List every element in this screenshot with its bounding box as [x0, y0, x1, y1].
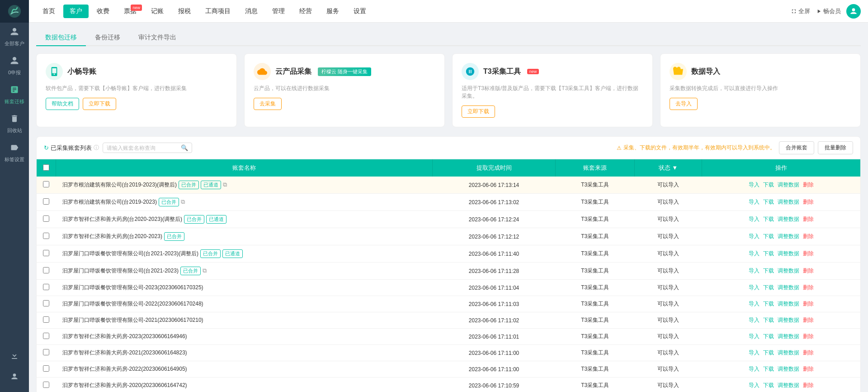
action-删除[interactable]: 删除: [801, 301, 816, 307]
select-all-checkbox[interactable]: [43, 164, 49, 171]
row-checkbox[interactable]: [43, 198, 49, 205]
action-调整数据[interactable]: 调整数据: [776, 216, 801, 222]
row-checkbox[interactable]: [43, 365, 49, 372]
action-调整数据[interactable]: 调整数据: [776, 284, 801, 291]
nav-settings[interactable]: 设置: [347, 5, 373, 18]
avatar[interactable]: [846, 4, 861, 19]
search-input[interactable]: [107, 145, 179, 151]
action-调整数据[interactable]: 调整数据: [776, 199, 801, 205]
nav-accounting[interactable]: 记账: [145, 5, 170, 18]
action-调整数据[interactable]: 调整数据: [776, 182, 801, 188]
action-下载[interactable]: 下载: [761, 349, 776, 356]
copy-icon[interactable]: ⧉: [223, 181, 227, 188]
action-下载[interactable]: 下载: [761, 382, 776, 388]
action-删除[interactable]: 删除: [801, 366, 816, 372]
action-删除[interactable]: 删除: [801, 216, 816, 222]
action-导入[interactable]: 导入: [747, 268, 761, 274]
action-下载[interactable]: 下载: [761, 317, 776, 323]
action-导入[interactable]: 导入: [747, 284, 761, 291]
row-checkbox[interactable]: [43, 300, 49, 306]
download-now-btn-1[interactable]: 立即下载: [83, 98, 116, 110]
nav-services[interactable]: 服务: [320, 5, 345, 18]
action-导入[interactable]: 导入: [747, 182, 761, 188]
action-调整数据[interactable]: 调整数据: [776, 317, 801, 323]
go-import-btn[interactable]: 去导入: [670, 98, 698, 110]
sidebar-item-all-customers[interactable]: 全部客户: [0, 23, 29, 52]
nav-operations[interactable]: 经营: [293, 5, 318, 18]
sidebar-item-profile[interactable]: [0, 368, 29, 387]
action-调整数据[interactable]: 调整数据: [776, 250, 801, 257]
nav-fees[interactable]: 收费: [90, 5, 116, 18]
row-checkbox[interactable]: [43, 382, 49, 388]
tab-data-migration[interactable]: 数据包迁移: [36, 30, 86, 46]
nav-tickets[interactable]: 票据 new: [118, 5, 143, 18]
tab-backup-migration[interactable]: 备份迁移: [86, 30, 129, 46]
action-调整数据[interactable]: 调整数据: [776, 333, 801, 339]
nav-management[interactable]: 管理: [266, 5, 291, 18]
action-导入[interactable]: 导入: [747, 199, 761, 205]
action-导入[interactable]: 导入: [747, 333, 761, 339]
action-导入[interactable]: 导入: [747, 250, 761, 257]
action-下载[interactable]: 下载: [761, 199, 776, 205]
nav-bizproject[interactable]: 工商项目: [199, 5, 237, 18]
action-导入[interactable]: 导入: [747, 301, 761, 307]
action-下载[interactable]: 下载: [761, 301, 776, 307]
row-checkbox[interactable]: [43, 233, 49, 239]
row-checkbox[interactable]: [43, 284, 49, 290]
fullscreen-btn[interactable]: 全屏: [791, 7, 810, 15]
sidebar-item-account-transfer[interactable]: 账套迁移: [0, 81, 29, 110]
action-删除[interactable]: 删除: [801, 349, 816, 356]
reload-icon[interactable]: ↻: [44, 144, 49, 151]
action-下载[interactable]: 下载: [761, 366, 776, 372]
action-下载[interactable]: 下载: [761, 233, 776, 239]
action-调整数据[interactable]: 调整数据: [776, 349, 801, 356]
nav-messages[interactable]: 消息: [239, 5, 264, 18]
action-下载[interactable]: 下载: [761, 284, 776, 291]
action-删除[interactable]: 删除: [801, 182, 816, 188]
action-导入[interactable]: 导入: [747, 233, 761, 239]
row-checkbox[interactable]: [43, 181, 49, 187]
action-删除[interactable]: 删除: [801, 284, 816, 291]
sidebar-item-zero-report[interactable]: 0申报: [0, 52, 29, 81]
action-删除[interactable]: 删除: [801, 268, 816, 274]
action-调整数据[interactable]: 调整数据: [776, 268, 801, 274]
action-导入[interactable]: 导入: [747, 366, 761, 372]
action-导入[interactable]: 导入: [747, 382, 761, 388]
row-checkbox[interactable]: [43, 333, 49, 339]
action-删除[interactable]: 删除: [801, 317, 816, 323]
copy-icon[interactable]: ⧉: [181, 198, 185, 205]
action-调整数据[interactable]: 调整数据: [776, 301, 801, 307]
action-调整数据[interactable]: 调整数据: [776, 366, 801, 372]
nav-tax[interactable]: 报税: [172, 5, 197, 18]
action-调整数据[interactable]: 调整数据: [776, 382, 801, 388]
action-下载[interactable]: 下载: [761, 333, 776, 339]
row-checkbox[interactable]: [43, 215, 49, 222]
action-导入[interactable]: 导入: [747, 216, 761, 222]
go-collect-btn[interactable]: 去采集: [254, 98, 282, 110]
action-删除[interactable]: 删除: [801, 250, 816, 257]
member-btn[interactable]: 畅会员: [816, 7, 841, 15]
copy-icon[interactable]: ⧉: [203, 267, 207, 274]
action-下载[interactable]: 下载: [761, 182, 776, 188]
sidebar-item-tag-settings[interactable]: 标签设置: [0, 139, 29, 167]
action-调整数据[interactable]: 调整数据: [776, 233, 801, 239]
sidebar-item-recycle[interactable]: 回收站: [0, 110, 29, 139]
nav-customers[interactable]: 客户: [63, 5, 89, 18]
download-now-btn-3[interactable]: 立即下载: [462, 105, 495, 118]
row-checkbox[interactable]: [43, 267, 49, 273]
action-导入[interactable]: 导入: [747, 317, 761, 323]
action-下载[interactable]: 下载: [761, 250, 776, 257]
merge-btn[interactable]: 合并账套: [779, 141, 814, 154]
action-删除[interactable]: 删除: [801, 333, 816, 339]
batch-delete-btn[interactable]: 批量删除: [818, 141, 853, 154]
action-下载[interactable]: 下载: [761, 268, 776, 274]
row-checkbox[interactable]: [43, 349, 49, 355]
search-icon[interactable]: 🔍: [181, 144, 188, 151]
action-删除[interactable]: 删除: [801, 382, 816, 388]
action-删除[interactable]: 删除: [801, 199, 816, 205]
row-checkbox[interactable]: [43, 250, 49, 256]
action-下载[interactable]: 下载: [761, 216, 776, 222]
action-导入[interactable]: 导入: [747, 349, 761, 356]
tab-audit-export[interactable]: 审计文件导出: [129, 30, 185, 46]
sidebar-item-download[interactable]: [0, 347, 29, 366]
